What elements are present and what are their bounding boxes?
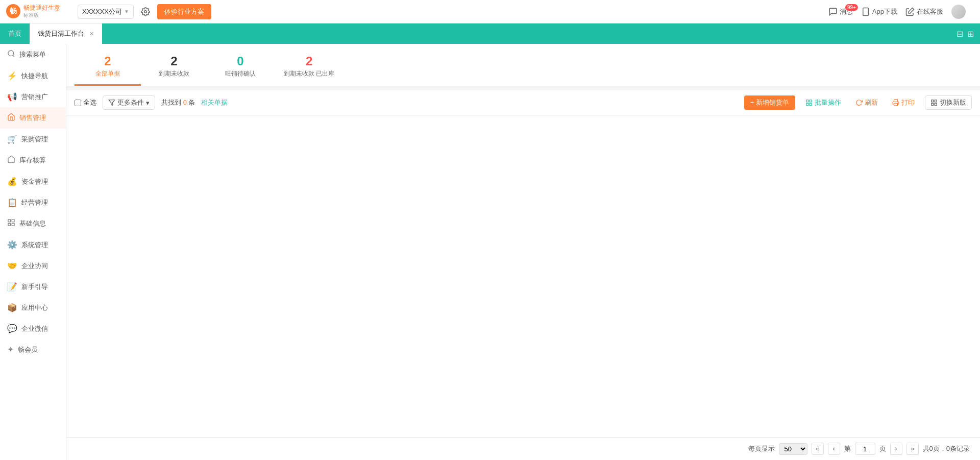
svg-marker-3 bbox=[909, 8, 914, 13]
wechat-icon: 💬 bbox=[7, 324, 17, 333]
svg-rect-7 bbox=[12, 220, 14, 222]
first-page-button[interactable]: « bbox=[812, 443, 824, 455]
toolbar-right: + 新增销货单 批量操作 刷新 bbox=[744, 95, 972, 110]
filter-button[interactable]: 更多条件 ▾ bbox=[103, 95, 155, 110]
enterprise-icon: 🤝 bbox=[7, 261, 17, 271]
minimize-icon[interactable]: ⊟ bbox=[957, 29, 963, 39]
stat-overdue-label: 到期未收款 bbox=[151, 69, 197, 78]
refresh-button[interactable]: 刷新 bbox=[851, 96, 882, 109]
stat-shipped-label: 到期未收款 已出库 bbox=[284, 69, 334, 78]
company-name: XXXXXX公司 bbox=[82, 7, 122, 16]
sidebar-item-finance[interactable]: 💰 资金管理 bbox=[0, 171, 66, 192]
member-icon: ✦ bbox=[7, 345, 14, 354]
sidebar-item-wechat[interactable]: 💬 企业微信 bbox=[0, 318, 66, 339]
sidebar-item-sales[interactable]: 销售管理 bbox=[0, 107, 66, 129]
maximize-icon[interactable]: ⊞ bbox=[967, 29, 974, 39]
checkbox-input[interactable] bbox=[75, 100, 81, 106]
sidebar-inventory-label: 库存核算 bbox=[19, 156, 46, 165]
tab-workbench[interactable]: 钱货日清工作台 ✕ bbox=[30, 23, 102, 44]
sidebar-item-marketing[interactable]: 📢 营销推广 bbox=[0, 86, 66, 107]
select-all-checkbox[interactable]: 全选 bbox=[75, 98, 96, 107]
sidebar-wechat-label: 企业微信 bbox=[21, 324, 48, 333]
appcenter-icon: 📦 bbox=[7, 303, 17, 312]
stat-all-label: 全部单据 bbox=[85, 69, 131, 78]
stat-tab-pending[interactable]: 0 旺铺待确认 bbox=[207, 50, 274, 86]
batch-label: 批量操作 bbox=[815, 98, 841, 107]
company-selector[interactable]: XXXXXX公司 ▼ bbox=[78, 5, 134, 19]
management-icon: 📋 bbox=[7, 198, 17, 207]
settings-button[interactable] bbox=[138, 4, 153, 19]
per-page-select[interactable]: 50 100 200 bbox=[779, 443, 807, 455]
sidebar-item-system[interactable]: ⚙️ 系统管理 bbox=[0, 234, 66, 255]
print-button[interactable]: 打印 bbox=[888, 96, 919, 109]
svg-rect-17 bbox=[935, 100, 937, 102]
prev-page-button[interactable]: ‹ bbox=[828, 443, 840, 455]
sidebar-item-quicknav[interactable]: ⚡ 快捷导航 bbox=[0, 65, 66, 86]
sidebar: 搜索菜单 ⚡ 快捷导航 📢 营销推广 销售管理 🛒 采购管理 bbox=[0, 44, 66, 460]
tab-home-label: 首页 bbox=[8, 29, 21, 38]
purchase-icon: 🛒 bbox=[7, 134, 17, 144]
tab-bar: 首页 钱货日清工作台 ✕ ⊟ ⊞ bbox=[0, 23, 980, 44]
sidebar-management-label: 经营管理 bbox=[21, 198, 48, 207]
svg-rect-6 bbox=[8, 220, 11, 222]
found-text: 共找到 0 条 bbox=[161, 98, 195, 107]
page-input[interactable] bbox=[855, 443, 875, 455]
svg-rect-19 bbox=[935, 103, 937, 105]
stat-tab-overdue[interactable]: 2 到期未收款 bbox=[141, 50, 207, 86]
stat-tab-shipped[interactable]: 2 到期未收款 已出库 bbox=[274, 50, 345, 86]
app-download-item[interactable]: App下载 bbox=[861, 7, 897, 16]
total-text: 共0页，0条记录 bbox=[923, 444, 970, 453]
sidebar-item-appcenter[interactable]: 📦 应用中心 bbox=[0, 297, 66, 318]
sidebar-item-purchase[interactable]: 🛒 采购管理 bbox=[0, 129, 66, 150]
svg-rect-15 bbox=[894, 103, 898, 106]
toolbar: 全选 更多条件 ▾ 共找到 0 条 相关单据 + 新增销货单 bbox=[66, 90, 980, 115]
experience-button[interactable]: 体验行业方案 bbox=[157, 4, 211, 19]
message-item[interactable]: 消息 99+ bbox=[828, 7, 853, 16]
filter-label: 更多条件 bbox=[117, 98, 144, 107]
message-badge: 99+ bbox=[845, 4, 858, 11]
sidebar-marketing-label: 营销推广 bbox=[21, 92, 48, 102]
sidebar-item-management[interactable]: 📋 经营管理 bbox=[0, 192, 66, 213]
svg-rect-16 bbox=[932, 100, 934, 102]
add-button[interactable]: + 新增销货单 bbox=[744, 95, 795, 110]
sidebar-item-member[interactable]: ✦ 畅会员 bbox=[0, 339, 66, 360]
sidebar-item-enterprise[interactable]: 🤝 企业协同 bbox=[0, 255, 66, 276]
tab-workbench-label: 钱货日清工作台 bbox=[38, 29, 84, 38]
sidebar-item-basic-info[interactable]: 基础信息 bbox=[0, 213, 66, 234]
system-icon: ⚙️ bbox=[7, 240, 17, 250]
main-layout: 搜索菜单 ⚡ 快捷导航 📢 营销推广 销售管理 🛒 采购管理 bbox=[0, 44, 980, 460]
stat-all-num: 2 bbox=[85, 54, 131, 68]
found-unit: 条 bbox=[188, 99, 195, 106]
search-icon bbox=[7, 50, 15, 60]
tab-home[interactable]: 首页 bbox=[0, 23, 30, 44]
found-prefix: 共找到 bbox=[161, 99, 181, 106]
sidebar-finance-label: 资金管理 bbox=[21, 177, 48, 186]
avatar[interactable] bbox=[951, 5, 966, 19]
stat-shipped-num: 2 bbox=[284, 54, 334, 68]
header-right: 消息 99+ App下载 在线客服 bbox=[828, 5, 974, 19]
online-service-item[interactable]: 在线客服 bbox=[905, 7, 943, 16]
related-link[interactable]: 相关单据 bbox=[201, 98, 228, 107]
stat-tab-all[interactable]: 2 全部单据 bbox=[75, 50, 141, 86]
select-all-label: 全选 bbox=[83, 98, 96, 107]
sidebar-item-search[interactable]: 搜索菜单 bbox=[0, 44, 66, 65]
refresh-label: 刷新 bbox=[865, 98, 878, 107]
sidebar-search-label: 搜索菜单 bbox=[19, 50, 46, 59]
last-page-button[interactable]: » bbox=[906, 443, 919, 455]
logo-sub: 标准版 bbox=[23, 12, 60, 19]
page-label: 第 bbox=[844, 444, 851, 453]
sidebar-item-inventory[interactable]: 库存核算 bbox=[0, 150, 66, 171]
svg-rect-8 bbox=[12, 223, 14, 226]
next-page-button[interactable]: › bbox=[890, 443, 902, 455]
tab-close-icon[interactable]: ✕ bbox=[89, 31, 94, 37]
tab-expand-area: ⊟ ⊞ bbox=[957, 23, 980, 44]
filter-arrow-icon: ▾ bbox=[146, 99, 150, 107]
batch-button[interactable]: 批量操作 bbox=[801, 96, 845, 109]
svg-rect-13 bbox=[810, 103, 812, 105]
svg-rect-9 bbox=[8, 223, 11, 226]
switch-label: 切换新版 bbox=[940, 98, 966, 107]
switch-button[interactable]: 切换新版 bbox=[925, 95, 972, 110]
sidebar-item-guide[interactable]: 📝 新手引导 bbox=[0, 276, 66, 297]
per-page-label: 每页显示 bbox=[748, 444, 775, 453]
sidebar-sales-label: 销售管理 bbox=[19, 113, 46, 123]
